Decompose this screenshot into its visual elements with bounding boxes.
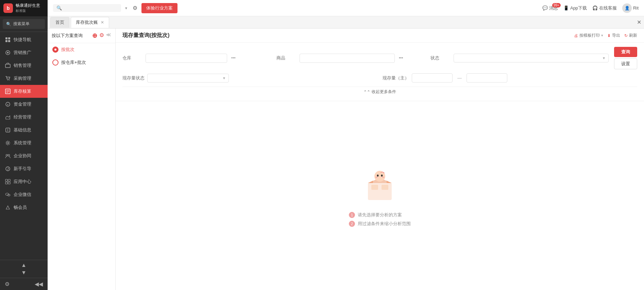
query-button[interactable]: 查询 — [614, 47, 637, 57]
sidebar-item-label: 营销推广 — [14, 50, 31, 56]
sidebar-item-guide[interactable]: 新手引导 — [0, 162, 48, 175]
scheme-item-batch-label: 按批次 — [61, 47, 74, 53]
scheme-header-actions: ⊕ ⚙ ≪ — [92, 32, 111, 39]
warehouse-input[interactable] — [146, 54, 227, 63]
scroll-up-button[interactable]: ▲ — [20, 261, 27, 269]
service-icon: 🎧 — [592, 5, 598, 11]
sidebar-item-basic-info[interactable]: 基础信息 — [0, 124, 48, 137]
product-input[interactable] — [300, 54, 395, 63]
svg-point-27 — [377, 175, 379, 177]
system-icon — [5, 140, 11, 146]
status-select[interactable]: ▾ — [454, 54, 609, 62]
online-service-btn[interactable]: 🎧 在线客服 — [592, 5, 617, 11]
tab-home[interactable]: 首页 — [50, 17, 69, 28]
trial-btn[interactable]: 体验行业方案 — [141, 3, 177, 13]
svg-point-16 — [7, 170, 8, 170]
user-profile[interactable]: 👤 Rit — [622, 3, 639, 13]
sidebar-item-collab[interactable]: 企业协同 — [0, 149, 48, 162]
stock-qty-max-input[interactable] — [467, 73, 507, 83]
message-badge: 99+ — [552, 3, 561, 7]
sidebar-item-purchase[interactable]: 采购管理 — [0, 72, 48, 85]
svg-rect-0 — [5, 37, 7, 39]
sidebar-item-member[interactable]: 畅会员 — [0, 201, 48, 214]
message-icon: 💬 — [542, 5, 548, 11]
sidebar-item-inventory[interactable]: 库存核算 — [0, 85, 48, 98]
topbar-gear-icon[interactable]: ⚙ — [133, 5, 137, 11]
user-avatar: 👤 — [622, 3, 632, 13]
sidebar-item-wechat[interactable]: 企业微信 — [0, 188, 48, 201]
user-avatar-icon: 👤 — [625, 6, 630, 11]
tab-inventory-batch[interactable]: 库存批次账 ✕ — [71, 17, 109, 28]
sidebar-item-finance[interactable]: ¥ 资金管理 — [0, 98, 48, 111]
sidebar-item-quick-nav[interactable]: 快捷导航 — [0, 33, 48, 46]
status-filter-group: 状态 ▾ — [430, 54, 609, 62]
svg-rect-25 — [382, 185, 388, 190]
refresh-btn[interactable]: ↻ 刷新 — [624, 33, 637, 38]
sidebar-item-app-center[interactable]: 应用中心 — [0, 175, 48, 188]
search-menu-button[interactable]: 🔍 搜索菜单 — [3, 19, 45, 29]
scheme-collapse-icon[interactable]: ≪ — [106, 32, 111, 39]
svg-point-7 — [9, 80, 10, 80]
settings-icon[interactable]: ⚙ — [5, 281, 10, 287]
refresh-icon: ↻ — [624, 33, 628, 38]
topbar: 🔍 ▾ ⚙ 体验行业方案 💬 消息 99+ 📱 App下载 🎧 在线客服 � — [48, 0, 644, 16]
collapse-icon[interactable]: ◀◀ — [35, 281, 43, 287]
scheme-add-icon[interactable]: ⊕ — [92, 32, 97, 39]
app-download-btn[interactable]: 📱 App下载 — [563, 5, 587, 11]
stock-status-label: 现存量状态 — [122, 75, 145, 81]
svg-point-12 — [7, 142, 9, 144]
svg-rect-17 — [5, 179, 7, 181]
scroll-down-button[interactable]: ▼ — [20, 269, 27, 276]
sidebar-item-label: 基础信息 — [14, 127, 31, 133]
tab-close-icon[interactable]: ✕ — [101, 20, 104, 25]
print-dropdown-arrow[interactable]: ▾ — [601, 33, 603, 38]
product-label: 商品 — [276, 55, 297, 61]
svg-point-13 — [6, 155, 8, 156]
tip-text-2: 用过滤条件来缩小分析范围 — [358, 221, 411, 227]
tab-bar-close-icon[interactable]: ✕ — [637, 19, 641, 25]
scheme-item-warehouse-batch[interactable]: 按仓库+批次 — [48, 56, 115, 69]
scheme-item-batch[interactable]: 按批次 — [48, 43, 115, 56]
topbar-dropdown-arrow[interactable]: ▾ — [125, 6, 127, 11]
sidebar-item-system[interactable]: 系统管理 — [0, 137, 48, 149]
main-content: 现存量查询(按批次) 🖨 按模板打印 ▾ ⬇ 导出 ↻ 刷新 — [116, 29, 644, 290]
warehouse-label: 仓库 — [122, 55, 143, 61]
topbar-search-icon: 🔍 — [56, 5, 62, 11]
sidebar-item-sales[interactable]: 销售管理 — [0, 59, 48, 72]
page-title: 现存量查询(按批次) — [122, 32, 170, 39]
scheme-settings-icon[interactable]: ⚙ — [99, 32, 104, 39]
sidebar-header: b 畅康通好生意 标准版 — [0, 0, 48, 16]
stock-status-select[interactable]: ▾ — [147, 74, 229, 83]
warehouse-more-icon[interactable]: ••• — [230, 56, 237, 60]
svg-rect-2 — [5, 40, 7, 42]
export-btn[interactable]: ⬇ 导出 — [607, 33, 620, 38]
sidebar-item-business[interactable]: 经营管理 — [0, 111, 48, 124]
content-area: 按以下方案查询 ⊕ ⚙ ≪ 按批次 按仓库+批次 — [48, 29, 644, 290]
nav-icon — [5, 37, 11, 43]
collapse-up-icon: ⌃⌃ — [363, 90, 370, 94]
sidebar-item-marketing[interactable]: 营销推广 — [0, 46, 48, 59]
print-btn[interactable]: 🖨 按模板打印 ▾ — [574, 33, 603, 38]
product-more-icon[interactable]: ••• — [397, 56, 405, 60]
sidebar-item-label: 快捷导航 — [14, 37, 31, 43]
phone-icon: 📱 — [563, 5, 569, 11]
empty-tip-1: 1 请先选择要分析的方案 — [349, 212, 411, 218]
marketing-icon — [5, 50, 11, 56]
stock-qty-dash: — — [455, 75, 464, 80]
empty-tip-2: 2 用过滤条件来缩小分析范围 — [349, 221, 411, 227]
sidebar-item-label: 畅会员 — [14, 204, 27, 211]
collapse-more-btn[interactable]: ⌃⌃ 收起更多条件 — [122, 87, 637, 97]
online-service-label: 在线客服 — [599, 5, 617, 11]
stock-qty-min-input[interactable] — [412, 73, 453, 83]
setting-button[interactable]: 设置 — [614, 58, 637, 69]
message-btn[interactable]: 💬 消息 99+ — [542, 5, 558, 11]
collab-icon — [5, 153, 11, 159]
sidebar-item-label: 经营管理 — [14, 114, 31, 120]
svg-rect-1 — [8, 37, 10, 39]
app-title: 畅康通好生意 — [16, 3, 40, 8]
search-icon: 🔍 — [6, 22, 11, 26]
sidebar-item-label: 采购管理 — [14, 75, 31, 81]
title-actions: 🖨 按模板打印 ▾ ⬇ 导出 ↻ 刷新 — [574, 33, 637, 38]
topbar-search-input[interactable] — [63, 6, 104, 11]
sidebar: b 畅康通好生意 标准版 🔍 搜索菜单 快捷导航 营销推广 — [0, 0, 48, 290]
